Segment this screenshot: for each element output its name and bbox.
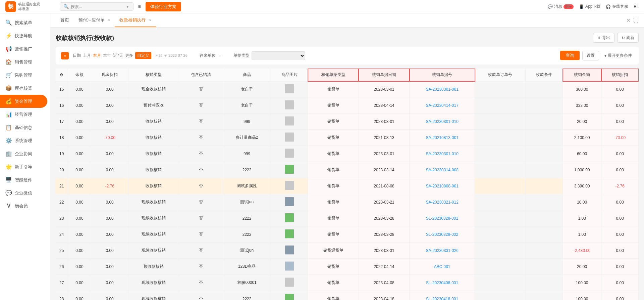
tab-close-icon[interactable]: × (108, 18, 110, 22)
bill-no-link[interactable]: SL-20230408-001 (426, 281, 458, 285)
sidebar-item-hardware[interactable]: 🖥️ 智能硬件 (0, 173, 50, 186)
industry-solution-button[interactable]: 体验行业方案 (146, 2, 181, 11)
cell-receipt-bill-no[interactable]: SA-20230301-010 (410, 146, 475, 162)
refresh-button[interactable]: ↻ 刷新 (617, 33, 639, 43)
messages-link[interactable]: 💬 消息 99+ (548, 4, 574, 9)
cell-write-off-amount: 100.00 (563, 275, 601, 291)
sidebar-item-finance[interactable]: 💰 资金管理 (0, 95, 47, 108)
cell-product: 老白干 (223, 81, 271, 97)
cell-include-settled: 否 (179, 291, 223, 300)
tab-receipt-writeoff[interactable]: 收款核销执行 × (115, 14, 156, 27)
sidebar-item-sales[interactable]: 🏠 销售管理 (0, 55, 50, 69)
bill-no-link[interactable]: SA-20230314-008 (426, 168, 458, 172)
top-search-input[interactable] (71, 4, 124, 9)
cell-cash-discount: 0.00 (91, 275, 128, 291)
counterpart-filter-group: 往来单位 ··· (200, 53, 221, 58)
sidebar-item-purchase[interactable]: 🛒 采购管理 (0, 69, 50, 82)
cell-receipt-bill-no[interactable]: SA-20230414-017 (410, 97, 475, 114)
user-name[interactable]: Rit (634, 4, 639, 9)
close-tab-button[interactable]: ✕ (626, 17, 631, 24)
app-download-link[interactable]: 📱 App下载 (579, 4, 600, 9)
cell-id: 27 (56, 275, 68, 291)
tab-home[interactable]: 首页 (56, 14, 74, 27)
cell-include-settled: 否 (179, 162, 223, 178)
cell-write-off-discount: 0.00 (601, 259, 639, 275)
cell-receipt-bill-no[interactable]: SA-20230331-026 (410, 243, 475, 259)
cell-receipt-bill-no[interactable]: SA-20230314-008 (410, 162, 475, 178)
cell-write-off-type: 收款核销 (128, 146, 179, 162)
sidebar-item-system[interactable]: ⚙️ 系统管理 (0, 134, 50, 147)
bill-no-link[interactable]: SA-20210813-001 (426, 135, 458, 140)
date-opt-this-year[interactable]: 本年 (103, 53, 111, 58)
bill-no-link[interactable]: SA-20230301-010 (426, 119, 458, 124)
sidebar-item-basic[interactable]: 📋 基础信息 (0, 121, 50, 134)
sidebar-item-wechat[interactable]: 💬 企业微信 (0, 186, 50, 200)
cell-receipt-bill-no[interactable]: SA-20210808-001 (410, 178, 475, 194)
cell-id: 18 (56, 130, 68, 146)
tab-close-icon[interactable]: × (149, 18, 151, 22)
sidebar-item-search[interactable]: 🔍 搜索菜单 (0, 16, 50, 29)
col-write-off-amount: 核销金额 (563, 69, 601, 81)
top-search-box[interactable]: 🔍 ▾ (60, 2, 133, 11)
filter-bar: » 日期 上月 本月 本年 近7天 更多 自定义 不限 至 2023-07-26… (56, 47, 639, 65)
cell-write-off-discount: 0.00 (601, 243, 639, 259)
bill-no-link[interactable]: ABC-001 (434, 264, 450, 269)
cell-receipt-bill-no[interactable]: SL-20230328-001 (410, 210, 475, 226)
cell-receipt-bill-no[interactable]: SA-20230301-010 (410, 114, 475, 130)
settings-icon[interactable]: ⚙ (138, 4, 142, 9)
date-opt-custom[interactable]: 自定义 (135, 52, 151, 59)
sidebar-item-guide[interactable]: 🌟 新手引导 (0, 160, 50, 173)
cell-receipt-condition (526, 210, 563, 226)
bill-no-link[interactable]: SA-20230331-026 (426, 248, 458, 253)
cell-write-off-discount: -2.76 (601, 178, 639, 194)
sidebar-item-marketing[interactable]: 📢 营销推广 (0, 42, 50, 55)
wechat-icon: 💬 (5, 190, 12, 196)
date-opt-7days[interactable]: 近7天 (113, 53, 123, 58)
sidebar-item-member[interactable]: V 畅会员 (0, 200, 50, 212)
setting-button[interactable]: 设置 (582, 51, 599, 60)
cell-include-settled: 否 (179, 243, 223, 259)
bill-no-link[interactable]: SA-20230301-010 (426, 152, 458, 156)
col-gear[interactable]: ⚙ (56, 69, 68, 81)
bill-no-link[interactable]: SA-20230301-001 (426, 87, 458, 92)
cell-receipt-bill-no[interactable]: SA-20230321-012 (410, 194, 475, 210)
expand-more-conditions[interactable]: ▾ 展开更多条件 (603, 51, 633, 60)
cell-product-image (271, 114, 308, 130)
bill-no-link[interactable]: SA-20230321-012 (426, 200, 458, 205)
tabs-bar: 首页 预付冲应付单 × 收款核销执行 × ✕ ⛶ (50, 13, 644, 28)
cell-cash-discount: 0.00 (91, 97, 128, 114)
cell-receipt-bill-no[interactable]: SL-20230328-002 (410, 226, 475, 243)
cell-receipt-bill-date: 2022-04-14 (359, 259, 409, 275)
cell-receipt-bill-no[interactable]: SL-20230418-001 (410, 291, 475, 300)
date-opt-last-month[interactable]: 上月 (83, 53, 91, 58)
sidebar-item-quick[interactable]: ⚡ 快捷导航 (0, 29, 50, 42)
sidebar-item-operations[interactable]: 📊 经营管理 (0, 108, 50, 121)
date-opt-more[interactable]: 更多 (125, 53, 133, 58)
cell-balance: 0.00 (68, 130, 91, 146)
bill-no-link[interactable]: SL-20230418-001 (426, 297, 458, 300)
cell-receipt-bill-no[interactable]: SL-20230408-001 (410, 275, 475, 291)
cell-include-settled: 否 (179, 226, 223, 243)
cell-receipt-bill-no[interactable]: SA-20230301-001 (410, 81, 475, 97)
online-service-link[interactable]: 🎧 在线客服 (606, 4, 628, 9)
bill-type-select[interactable] (252, 51, 305, 60)
filter-expand-button[interactable]: » (61, 52, 69, 59)
date-opt-this-month[interactable]: 本月 (93, 53, 101, 58)
expand-tab-button[interactable]: ⛶ (633, 17, 639, 24)
cell-write-off-discount: 0.00 (601, 210, 639, 226)
export-button[interactable]: ⬆ 导出 (593, 33, 614, 43)
clipboard-icon: 📋 (5, 124, 12, 131)
member-icon: V (5, 203, 12, 209)
cell-receipt-bill-no[interactable]: SA-20210813-001 (410, 130, 475, 146)
sidebar-item-inventory[interactable]: 📦 库存核算 (0, 82, 50, 95)
bill-no-link[interactable]: SA-20210808-001 (426, 184, 458, 188)
bill-no-link[interactable]: SL-20230328-002 (426, 232, 458, 237)
bill-no-link[interactable]: SA-20230414-017 (426, 103, 458, 108)
tab-prepay[interactable]: 预付冲应付单 × (74, 14, 115, 27)
bill-no-link[interactable]: SL-20230328-001 (426, 216, 458, 221)
cell-receipt-bill-no[interactable]: ABC-001 (410, 259, 475, 275)
query-button[interactable]: 查询 (560, 51, 580, 60)
cell-write-off-type: 现续收款核销 (128, 291, 179, 300)
sidebar-item-enterprise[interactable]: 🏢 企业协同 (0, 147, 50, 160)
gear-icon: ⚙️ (5, 137, 12, 144)
